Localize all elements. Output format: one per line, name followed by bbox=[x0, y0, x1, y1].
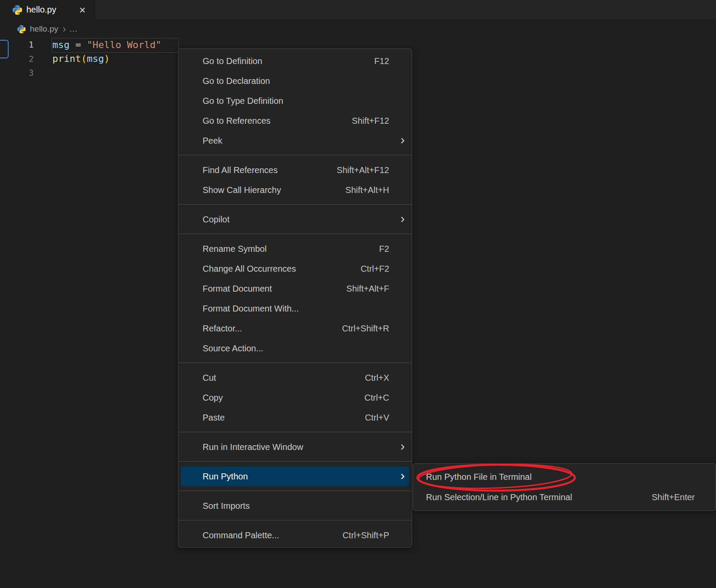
code-token: msg bbox=[52, 39, 70, 50]
menu-item-shortcut: F12 bbox=[374, 56, 389, 66]
tab-title: hello.py bbox=[26, 5, 56, 15]
menu-item-label: Format Document bbox=[203, 284, 346, 294]
menu-item-label: Run Selection/Line in Python Terminal bbox=[426, 492, 651, 502]
menu-separator bbox=[178, 461, 412, 462]
menu-item-go-to-references[interactable]: Go to ReferencesShift+F12 bbox=[181, 111, 409, 131]
menu-item-run-in-interactive-window[interactable]: Run in Interactive Window› bbox=[181, 437, 409, 457]
menu-item-go-to-definition[interactable]: Go to DefinitionF12 bbox=[181, 51, 409, 71]
menu-item-label: Paste bbox=[203, 413, 365, 423]
breadcrumb-file[interactable]: hello.py bbox=[30, 24, 58, 34]
menu-item-go-to-declaration[interactable]: Go to Declaration bbox=[181, 71, 409, 91]
menu-item-source-action[interactable]: Source Action... bbox=[181, 338, 409, 358]
menu-item-shortcut: Ctrl+Shift+P bbox=[342, 530, 389, 540]
menu-item-show-call-hierarchy[interactable]: Show Call HierarchyShift+Alt+H bbox=[181, 180, 409, 200]
menu-item-go-to-type-definition[interactable]: Go to Type Definition bbox=[181, 91, 409, 111]
code-token: print bbox=[52, 53, 81, 64]
menu-item-run-selection-line-in-python-terminal[interactable]: Run Selection/Line in Python TerminalShi… bbox=[413, 487, 716, 508]
menu-item-shortcut: Ctrl+V bbox=[365, 413, 389, 423]
menu-item-change-all-occurrences[interactable]: Change All OccurrencesCtrl+F2 bbox=[181, 259, 409, 279]
edge-widget-fragment bbox=[0, 40, 9, 58]
menu-item-label: Run Python bbox=[203, 472, 393, 482]
menu-item-format-document-with[interactable]: Format Document With... bbox=[181, 299, 409, 318]
menu-item-shortcut: Ctrl+C bbox=[364, 393, 389, 403]
menu-item-shortcut: Shift+Enter bbox=[651, 492, 695, 502]
vscode-window: { "colors": { "editor_bg": "#1e1e1e", "t… bbox=[0, 0, 716, 588]
menu-item-label: Copy bbox=[203, 393, 364, 403]
menu-item-label: Find All References bbox=[203, 165, 337, 175]
menu-item-label: Refactor... bbox=[203, 324, 342, 334]
menu-item-command-palette[interactable]: Command Palette...Ctrl+Shift+P bbox=[181, 525, 409, 545]
menu-separator bbox=[178, 363, 412, 363]
menu-item-label: Go to Definition bbox=[203, 56, 374, 66]
python-icon bbox=[13, 5, 22, 15]
menu-item-label: Rename Symbol bbox=[203, 244, 379, 254]
menu-item-paste[interactable]: PasteCtrl+V bbox=[181, 408, 409, 427]
menu-item-label: Go to Type Definition bbox=[203, 96, 405, 106]
menu-separator bbox=[178, 234, 412, 234]
code-token: ( bbox=[81, 53, 87, 64]
menu-item-refactor[interactable]: Refactor...Ctrl+Shift+R bbox=[181, 318, 409, 338]
menu-item-run-python-file-in-terminal[interactable]: Run Python File in Terminal bbox=[413, 467, 716, 487]
code-token: msg bbox=[87, 53, 104, 64]
breadcrumb-symbol-ellipsis[interactable]: ... bbox=[70, 24, 78, 34]
submenu-arrow-icon: › bbox=[393, 469, 405, 482]
menu-item-shortcut: Shift+Alt+F12 bbox=[337, 165, 389, 175]
menu-item-shortcut: Shift+F12 bbox=[352, 116, 389, 126]
breadcrumb-chevron-icon: › bbox=[63, 24, 66, 34]
submenu-arrow-icon: › bbox=[393, 212, 405, 225]
menu-item-cut[interactable]: CutCtrl+X bbox=[181, 368, 409, 388]
menu-item-label: Peek bbox=[203, 136, 393, 146]
menu-separator bbox=[178, 155, 412, 155]
menu-item-label: Run in Interactive Window bbox=[203, 442, 393, 452]
menu-item-label: Sort Imports bbox=[203, 501, 405, 511]
menu-item-format-document[interactable]: Format DocumentShift+Alt+F bbox=[181, 279, 409, 299]
menu-item-label: Go to Declaration bbox=[203, 76, 405, 86]
submenu-arrow-icon: › bbox=[393, 133, 405, 146]
code-token: "Hello World" bbox=[87, 39, 161, 50]
menu-item-label: Copilot bbox=[203, 215, 393, 225]
menu-separator bbox=[178, 491, 412, 491]
menu-item-label: Run Python File in Terminal bbox=[426, 472, 695, 482]
code-token: = bbox=[70, 39, 87, 50]
line-number: 3 bbox=[0, 67, 34, 78]
breadcrumb[interactable]: hello.py › ... bbox=[17, 22, 77, 35]
tab-bar: hello.py × bbox=[0, 0, 716, 19]
menu-item-run-python[interactable]: Run Python› bbox=[181, 466, 409, 486]
context-menu: Go to DefinitionF12Go to DeclarationGo t… bbox=[178, 48, 412, 548]
menu-item-shortcut: Shift+Alt+F bbox=[346, 284, 389, 294]
menu-item-shortcut: F2 bbox=[379, 244, 389, 254]
menu-separator bbox=[178, 520, 412, 521]
menu-item-label: Go to References bbox=[203, 116, 352, 126]
menu-item-label: Show Call Hierarchy bbox=[203, 185, 345, 195]
menu-separator bbox=[178, 204, 412, 205]
menu-item-shortcut: Shift+Alt+H bbox=[345, 185, 389, 195]
menu-item-shortcut: Ctrl+X bbox=[365, 373, 389, 383]
code-text: msg = "Hello World" bbox=[52, 39, 161, 50]
run-python-submenu: Run Python File in TerminalRun Selection… bbox=[413, 463, 716, 511]
menu-item-sort-imports[interactable]: Sort Imports bbox=[181, 496, 409, 516]
menu-item-copilot[interactable]: Copilot› bbox=[181, 209, 409, 229]
menu-item-peek[interactable]: Peek› bbox=[181, 131, 409, 151]
menu-item-shortcut: Ctrl+F2 bbox=[361, 264, 389, 274]
code-token: ) bbox=[104, 53, 110, 64]
menu-item-label: Command Palette... bbox=[203, 530, 342, 540]
menu-item-label: Cut bbox=[203, 373, 365, 383]
menu-item-label: Source Action... bbox=[203, 344, 405, 353]
menu-item-shortcut: Ctrl+Shift+R bbox=[342, 324, 389, 334]
menu-item-copy[interactable]: CopyCtrl+C bbox=[181, 388, 409, 408]
python-icon bbox=[17, 25, 26, 33]
menu-item-label: Format Document With... bbox=[203, 304, 405, 314]
code-text: print(msg) bbox=[52, 53, 110, 64]
tab-hello-py[interactable]: hello.py × bbox=[0, 0, 95, 19]
menu-separator bbox=[178, 432, 412, 432]
menu-item-find-all-references[interactable]: Find All ReferencesShift+Alt+F12 bbox=[181, 160, 409, 180]
submenu-arrow-icon: › bbox=[393, 440, 405, 453]
menu-item-label: Change All Occurrences bbox=[203, 264, 361, 274]
close-icon[interactable]: × bbox=[79, 4, 86, 16]
menu-item-rename-symbol[interactable]: Rename SymbolF2 bbox=[181, 239, 409, 259]
